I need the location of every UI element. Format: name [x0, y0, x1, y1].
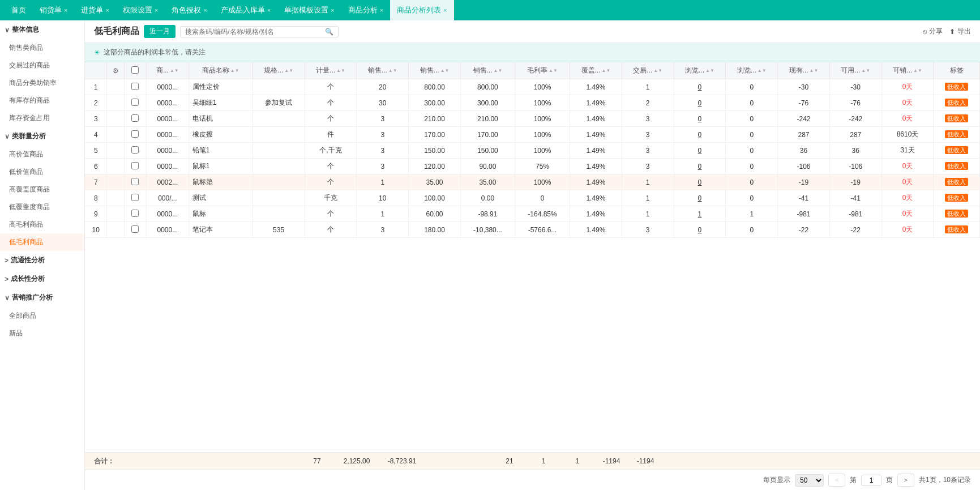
col-saleable[interactable]: 可销...▲▼	[881, 62, 934, 79]
close-tab-icon[interactable]: ×	[64, 7, 67, 14]
nav-item-权限设置[interactable]: 权限设置 ×	[116, 0, 165, 20]
nav-item-首页[interactable]: 首页	[5, 0, 33, 20]
cell-checkbox[interactable]	[124, 174, 146, 190]
cell-gross-margin: 0	[515, 190, 570, 206]
cell-browse1[interactable]: 0	[674, 127, 726, 143]
sidebar-item-低覆盖度商品[interactable]: 低覆盖度商品	[0, 198, 84, 216]
sidebar-item-低价值商品[interactable]: 低价值商品	[0, 163, 84, 181]
search-input[interactable]	[185, 28, 325, 36]
close-tab-icon[interactable]: ×	[155, 7, 158, 14]
cell-browse1[interactable]: 0	[674, 143, 726, 159]
sidebar-item-销售类商品[interactable]: 销售类商品	[0, 39, 84, 57]
col-checkbox[interactable]	[124, 62, 146, 79]
cell-browse1[interactable]: 0	[674, 111, 726, 127]
sidebar-item-商品分类助销率[interactable]: 商品分类助销率	[0, 74, 84, 92]
row-checkbox[interactable]	[131, 99, 139, 106]
col-browse2[interactable]: 浏览...▲▼	[726, 62, 778, 79]
row-checkbox[interactable]	[131, 194, 139, 201]
cell-checkbox[interactable]	[124, 127, 146, 143]
row-checkbox[interactable]	[131, 130, 139, 138]
prev-page-btn[interactable]: ＜	[828, 474, 845, 487]
close-tab-icon[interactable]: ×	[331, 7, 334, 14]
sidebar-section-类群量分析[interactable]: ∨类群量分析	[0, 127, 84, 146]
share-button[interactable]: ⎋ 分享	[923, 27, 943, 36]
sidebar-section-成长性分析[interactable]: >成长性分析	[0, 270, 84, 288]
row-checkbox[interactable]	[131, 210, 139, 217]
sidebar-item-低毛利商品[interactable]: 低毛利商品	[0, 233, 84, 251]
row-checkbox[interactable]	[131, 162, 139, 169]
sidebar-item-高毛利商品[interactable]: 高毛利商品	[0, 216, 84, 233]
row-checkbox[interactable]	[131, 114, 139, 122]
nav-item-销货单[interactable]: 销货单 ×	[33, 0, 74, 20]
sidebar-item-库存资金占用[interactable]: 库存资金占用	[0, 109, 84, 127]
cell-settings	[107, 222, 124, 238]
col-trade[interactable]: 交易...▲▼	[622, 62, 674, 79]
close-tab-icon[interactable]: ×	[380, 7, 383, 14]
filter-btn[interactable]: 近一月	[144, 25, 176, 38]
cell-checkbox[interactable]	[124, 95, 146, 111]
nav-item-商品分析[interactable]: 商品分析 ×	[341, 0, 390, 20]
col-available[interactable]: 可用...▲▼	[829, 62, 881, 79]
export-button[interactable]: ⬆ 导出	[949, 27, 971, 36]
cell-browse2: 1	[726, 206, 778, 222]
sidebar-item-有库存的商品[interactable]: 有库存的商品	[0, 92, 84, 109]
cell-browse1[interactable]: 0	[674, 159, 726, 174]
nav-item-进货单[interactable]: 进货单 ×	[74, 0, 115, 20]
cell-checkbox[interactable]	[124, 79, 146, 95]
search-icon[interactable]: 🔍	[325, 28, 333, 36]
col-tag[interactable]: 标签	[934, 62, 980, 79]
row-checkbox[interactable]	[131, 178, 139, 185]
next-page-btn[interactable]: ＞	[897, 474, 914, 487]
page-size-select[interactable]: 50 100 200	[795, 474, 824, 487]
nav-item-单据模板设置[interactable]: 单据模板设置 ×	[277, 0, 341, 20]
cell-checkbox[interactable]	[124, 111, 146, 127]
cell-browse1[interactable]: 0	[674, 79, 726, 95]
col-browse1[interactable]: 浏览...▲▼	[674, 62, 726, 79]
sidebar-section-流通性分析[interactable]: >流通性分析	[0, 251, 84, 270]
sidebar-section-营销推广分析[interactable]: ∨营销推广分析	[0, 288, 84, 307]
summary-trade: 21	[493, 456, 527, 466]
page-number-input[interactable]	[861, 475, 881, 486]
cell-browse1[interactable]: 0	[674, 222, 726, 238]
sidebar-section-整体信息[interactable]: ∨整体信息	[0, 20, 84, 39]
close-tab-icon[interactable]: ×	[203, 7, 207, 14]
sidebar-item-高价值商品[interactable]: 高价值商品	[0, 146, 84, 163]
col-gross-margin[interactable]: 毛利率▲▼	[515, 62, 570, 79]
cell-code: 0002...	[146, 174, 189, 190]
cell-browse1[interactable]: 0	[674, 95, 726, 111]
col-settings[interactable]: ⚙	[107, 62, 124, 79]
nav-item-商品分析列表[interactable]: 商品分析列表 ×	[390, 0, 453, 20]
col-sales-qty[interactable]: 销售...▲▼	[357, 62, 409, 79]
cell-checkbox[interactable]	[124, 206, 146, 222]
cell-checkbox[interactable]	[124, 159, 146, 174]
cell-checkbox[interactable]	[124, 190, 146, 206]
col-coverage[interactable]: 覆盖...▲▼	[570, 62, 622, 79]
col-unit[interactable]: 计量...▲▼	[305, 62, 357, 79]
col-sales-amount[interactable]: 销售...▲▼	[460, 62, 515, 79]
row-checkbox[interactable]	[131, 225, 139, 233]
sidebar-item-新品[interactable]: 新品	[0, 325, 84, 342]
select-all-checkbox[interactable]	[131, 66, 139, 74]
col-name[interactable]: 商品名称▲▼	[189, 62, 253, 79]
cell-checkbox[interactable]	[124, 222, 146, 238]
close-tab-icon[interactable]: ×	[105, 7, 109, 14]
cell-browse1[interactable]: 0	[674, 174, 726, 190]
close-tab-icon[interactable]: ×	[267, 7, 271, 14]
cell-checkbox[interactable]	[124, 143, 146, 159]
sidebar-item-交易过的商品[interactable]: 交易过的商品	[0, 57, 84, 74]
col-spec[interactable]: 规格...▲▼	[253, 62, 305, 79]
sidebar-item-全部商品[interactable]: 全部商品	[0, 307, 84, 325]
col-code[interactable]: 商...▲▼	[146, 62, 189, 79]
nav-item-产成品入库单[interactable]: 产成品入库单 ×	[214, 0, 277, 20]
nav-item-角色授权[interactable]: 角色授权 ×	[165, 0, 213, 20]
summary-sales-amount: -8,723.91	[379, 456, 425, 466]
col-sales-price[interactable]: 销售...▲▼	[409, 62, 461, 79]
cell-sales-amount: 800.00	[460, 79, 515, 95]
sidebar-item-高覆盖度商品[interactable]: 高覆盖度商品	[0, 181, 84, 198]
cell-browse1[interactable]: 0	[674, 190, 726, 206]
row-checkbox[interactable]	[131, 83, 139, 90]
col-current[interactable]: 现有...▲▼	[778, 62, 830, 79]
row-checkbox[interactable]	[131, 146, 139, 154]
cell-browse1[interactable]: 1	[674, 206, 726, 222]
close-tab-icon[interactable]: ×	[443, 7, 447, 14]
